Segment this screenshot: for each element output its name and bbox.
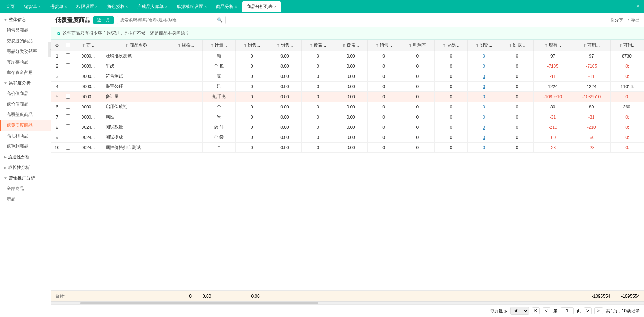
nav-tab-purchase[interactable]: 进货单 ×	[46, 1, 71, 12]
row-sellable: 360:	[611, 102, 644, 112]
page-size-select[interactable]: 50 20 100	[510, 307, 529, 315]
row-checkbox[interactable]	[63, 132, 73, 143]
row-number: 4	[51, 82, 63, 92]
sidebar-item-inventory-capital[interactable]: 库存资金占用	[0, 67, 51, 78]
sidebar-section-circulation[interactable]: ▶ 流通性分析	[0, 152, 51, 162]
search-icon[interactable]: 🔍	[217, 17, 223, 23]
page-size-label: 每页显示	[490, 308, 507, 314]
sidebar-item-sales-products[interactable]: 销售类商品	[0, 25, 51, 36]
row-coverage2: 0.00	[334, 51, 368, 61]
row-checkbox[interactable]	[63, 102, 73, 112]
row-unit: 个,包	[203, 61, 236, 71]
table-row: 10000...旺辅批次测试箱00.0000.000000097978730:	[51, 51, 644, 61]
share-button[interactable]: ⎘ 分享	[611, 17, 623, 23]
row-checkbox[interactable]	[63, 51, 73, 61]
sidebar-section-cluster[interactable]: ▼ 类群度分析	[0, 78, 51, 88]
chevron-down-icon: ▼	[4, 18, 7, 22]
sidebar-item-new-products[interactable]: 新品	[0, 194, 51, 205]
row-code: 0024...	[73, 143, 103, 153]
next-page-button[interactable]: >	[584, 307, 592, 314]
sidebar-section-marketing[interactable]: ▼ 营销推广分析	[0, 173, 51, 183]
sidebar-item-stocked-products[interactable]: 有库存商品	[0, 57, 51, 67]
close-icon[interactable]: ×	[235, 5, 237, 9]
row-sales-qty: 0	[235, 61, 268, 71]
nav-tab-finished-goods[interactable]: 产成品入库单 ×	[133, 1, 172, 12]
nav-tab-product-analysis[interactable]: 商品分析 ×	[212, 1, 242, 12]
table-row: 20000...牛奶个,包00.0000.0000000-7105-71050:	[51, 61, 644, 71]
row-checkbox[interactable]	[63, 112, 73, 122]
row-code: 0000...	[73, 102, 103, 112]
row-sellable: 0:	[611, 71, 644, 82]
row-coverage1: 0	[301, 122, 334, 132]
sidebar-section-growth[interactable]: ▶ 成长性分析	[0, 162, 51, 173]
nav-tab-sales[interactable]: 销货单 ×	[20, 1, 45, 12]
row-browse1: 0	[467, 132, 500, 143]
footer-coverage2: 0.00	[251, 294, 259, 299]
table-container: ⚙ ⬆ 商... ⬆ 商品名称 ⬆ 规格... ⬆ 计量... ⬆ 销售... …	[51, 40, 644, 290]
row-checkbox[interactable]	[63, 122, 73, 132]
row-spec	[169, 112, 203, 122]
nav-tab-permissions[interactable]: 权限设置 ×	[72, 1, 102, 12]
row-current: -210	[533, 122, 572, 132]
sidebar-item-low-margin[interactable]: 低毛利商品	[0, 141, 51, 152]
sidebar-item-category-turnover[interactable]: 商品分类动销率	[0, 46, 51, 57]
sidebar-item-traded-products[interactable]: 交易过的商品	[0, 36, 51, 46]
row-code: 0024...	[73, 122, 103, 132]
row-checkbox[interactable]	[63, 71, 73, 82]
row-number: 8	[51, 122, 63, 132]
row-spec	[169, 82, 203, 92]
row-unit: 箱	[203, 51, 236, 61]
sidebar-item-all-products[interactable]: 全部商品	[0, 183, 51, 194]
row-checkbox[interactable]	[63, 92, 73, 102]
close-icon[interactable]: ×	[95, 5, 98, 9]
page-suffix: 页	[577, 308, 581, 314]
close-icon[interactable]: ×	[39, 5, 41, 9]
row-unit: 克	[203, 71, 236, 82]
nav-tab-product-analysis-list[interactable]: 商品分析列表 ×	[242, 1, 281, 12]
nav-tab-template[interactable]: 单据模板设置 ×	[172, 1, 211, 12]
close-all-button[interactable]: ×	[633, 2, 643, 11]
close-icon[interactable]: ×	[274, 5, 276, 9]
sidebar-item-high-margin[interactable]: 高毛利商品	[0, 131, 51, 141]
search-input[interactable]	[120, 17, 216, 23]
row-checkbox[interactable]	[63, 143, 73, 153]
export-button[interactable]: ↑ 导出	[628, 17, 640, 23]
row-code: 0000...	[73, 51, 103, 61]
row-sales-amount: 0.00	[268, 71, 302, 82]
sidebar-section-overall[interactable]: ▼ 整体信息	[0, 15, 51, 25]
row-unit: 只	[203, 82, 236, 92]
scrollbar-thumb[interactable]	[80, 302, 318, 304]
table-footer: 合计: 0 0.00 0.00 -1095554 -1095554	[51, 290, 644, 301]
sidebar-item-low-value[interactable]: 低价值商品	[0, 99, 51, 110]
last-page-button[interactable]: >|	[594, 307, 603, 314]
row-sales-qty: 0	[235, 51, 268, 61]
close-icon[interactable]: ×	[65, 5, 67, 9]
page-input[interactable]	[561, 307, 574, 314]
row-sellable: 0:	[611, 122, 644, 132]
sidebar-item-high-coverage[interactable]: 高覆盖度商品	[0, 110, 51, 120]
close-icon[interactable]: ×	[204, 5, 207, 9]
period-button[interactable]: 近一月	[93, 16, 114, 24]
close-icon[interactable]: ×	[165, 5, 167, 9]
sidebar-item-high-value[interactable]: 高价值商品	[0, 88, 51, 99]
col-settings[interactable]: ⚙	[51, 40, 63, 51]
sidebar-collapse-toggle[interactable]: «	[48, 42, 51, 57]
close-icon[interactable]: ×	[126, 5, 128, 9]
row-product-name: 牛奶	[103, 61, 169, 71]
first-page-button[interactable]: K	[532, 307, 540, 314]
row-coverage1: 0	[301, 82, 334, 92]
col-coverage1: ⬆ 覆盖...	[301, 40, 334, 51]
row-checkbox[interactable]	[63, 61, 73, 71]
sidebar-item-low-coverage[interactable]: 低覆盖度商品	[0, 120, 51, 131]
col-sales3: ⬆ 销售...	[367, 40, 400, 51]
horizontal-scrollbar[interactable]	[51, 301, 644, 304]
row-unit: 袋,件	[203, 122, 236, 132]
nav-tab-roles[interactable]: 角色授权 ×	[103, 1, 133, 12]
nav-tab-home[interactable]: 首页	[1, 1, 19, 12]
select-all-checkbox[interactable]	[66, 43, 70, 47]
prev-page-button[interactable]: <	[543, 307, 550, 314]
row-browse2: 0	[500, 82, 534, 92]
row-checkbox[interactable]	[63, 82, 73, 92]
row-sales3: 0	[367, 132, 400, 143]
col-checkbox[interactable]	[63, 40, 73, 51]
